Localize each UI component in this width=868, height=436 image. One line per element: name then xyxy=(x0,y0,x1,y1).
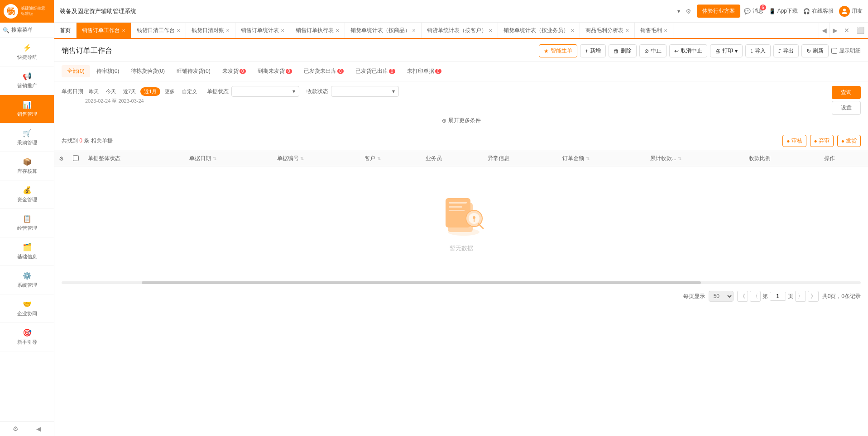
sidebar-item-guide[interactable]: 🎯新手引导 xyxy=(0,323,54,351)
tab-product-margin[interactable]: 商品毛利分析表✕ xyxy=(580,23,635,38)
tab-close-icon[interactable]: ✕ xyxy=(625,28,629,33)
th-checkbox[interactable] xyxy=(68,151,83,166)
tab-cash-daily[interactable]: 钱货日清工作台✕ xyxy=(131,23,186,38)
scrollbar-track[interactable] xyxy=(62,281,861,284)
tab-close-icon[interactable]: ✕ xyxy=(281,28,284,33)
tab-label: 销售订单统计表 xyxy=(241,27,279,34)
th-number[interactable]: 单据编号 ⇅ xyxy=(273,151,360,166)
gear-icon[interactable]: ⚙ xyxy=(684,6,693,17)
date-option-自定义[interactable]: 自定义 xyxy=(179,87,200,96)
print-button[interactable]: 🖨 打印 ▾ xyxy=(710,44,743,57)
print-icon: 🖨 xyxy=(715,48,720,54)
filter-tab-not-shipped[interactable]: 未发货0 xyxy=(217,65,251,77)
tab-close-icon[interactable]: ✕ xyxy=(489,28,492,33)
sidebar-item-cooperation[interactable]: 🤝企业协同 xyxy=(0,294,54,323)
scrollbar-thumb[interactable] xyxy=(142,281,701,284)
date-option-今天[interactable]: 今天 xyxy=(103,87,119,96)
th-date[interactable]: 单据日期 ⇅ xyxy=(185,151,272,166)
select-all-checkbox[interactable] xyxy=(73,155,79,161)
filter-tab-shipped-not-warehoused[interactable]: 已发货未出库0 xyxy=(298,65,349,77)
settings-icon[interactable]: ⚙ xyxy=(13,425,19,432)
tab-sales-summary-customer[interactable]: 销货单统计表（按客户）✕ xyxy=(422,23,498,38)
expand-conditions-button[interactable]: ⊕ 展开更多条件 xyxy=(442,117,481,124)
filter-tab-not-printed[interactable]: 未打印单据0 xyxy=(402,65,447,77)
tab-maximize-btn[interactable]: ⬜ xyxy=(853,23,868,38)
system-dropdown[interactable]: ▾ xyxy=(677,8,680,14)
tab-cash-reconcile[interactable]: 钱货日清对账✕ xyxy=(186,23,235,38)
app-download-item[interactable]: 📱 App下载 xyxy=(769,7,798,15)
query-button[interactable]: 查询 xyxy=(832,86,861,99)
sidebar-item-inventory[interactable]: 📦库存核算 xyxy=(0,152,54,180)
stop-button[interactable]: ⊘ 中止 xyxy=(639,44,667,57)
tab-sales-summary-staff[interactable]: 销货单统计表（按业务员）✕ xyxy=(498,23,580,38)
tab-home[interactable]: 首页 xyxy=(54,23,77,38)
sidebar-item-finance[interactable]: 💰资金管理 xyxy=(0,180,54,209)
sidebar-item-purchase[interactable]: 🛒采购管理 xyxy=(0,123,54,152)
th-amount[interactable]: 订单金额 ⇅ xyxy=(558,151,645,166)
collapse-icon[interactable]: ◀ xyxy=(36,425,41,432)
filter-tab-overdue-not-shipped[interactable]: 到期未发货0 xyxy=(252,65,297,77)
first-page-button[interactable]: 《 xyxy=(737,291,748,302)
th-collected[interactable]: 累计收款... ⇅ xyxy=(646,151,744,166)
setting-button[interactable]: 设置 xyxy=(832,101,861,115)
th-settings[interactable]: ⚙ xyxy=(54,151,68,166)
tab-close-icon[interactable]: ✕ xyxy=(226,28,230,33)
tab-close-icon[interactable]: ✕ xyxy=(412,28,416,33)
solution-button[interactable]: 体验行业方案 xyxy=(697,5,740,18)
tab-sales-profit[interactable]: 销售毛利✕ xyxy=(635,23,673,38)
tab-close-icon[interactable]: ✕ xyxy=(336,28,339,33)
tab-prev-btn[interactable]: ◀ xyxy=(819,23,830,38)
empty-text: 暂无数据 xyxy=(450,244,473,252)
sidebar-item-sales[interactable]: 📊销售管理 xyxy=(0,95,54,123)
next-page-button[interactable]: 〉 xyxy=(795,291,806,302)
cancel-review-button[interactable]: ● 弃审 xyxy=(810,135,834,147)
tab-sales-stats[interactable]: 销售订单统计表✕ xyxy=(235,23,290,38)
tab-sales-summary-product[interactable]: 销货单统计表（按商品）✕ xyxy=(345,23,422,38)
page-size-select[interactable]: 50 10 20 100 xyxy=(709,291,734,302)
show-detail-label[interactable]: 显示明细 xyxy=(831,47,861,55)
th-customer[interactable]: 客户 ⇅ xyxy=(360,151,421,166)
sidebar-item-operation[interactable]: 📋经营管理 xyxy=(0,209,54,237)
tab-close-icon[interactable]: ✕ xyxy=(571,28,574,33)
tab-close-icon[interactable]: ✕ xyxy=(177,28,180,33)
delete-button[interactable]: 🗑 删除 xyxy=(609,44,637,57)
tab-next-btn[interactable]: ▶ xyxy=(830,23,840,38)
tab-list: 首页销售订单工作台✕钱货日清工作台✕钱货日清对账✕销售订单统计表✕销售订单执行表… xyxy=(54,23,819,38)
tab-close-icon[interactable]: ✕ xyxy=(122,28,125,33)
tab-sales-workbench[interactable]: 销售订单工作台✕ xyxy=(77,23,131,38)
user-item[interactable]: 用友 xyxy=(839,6,863,17)
filter-tab-pending-inspect[interactable]: 待拣货验货(0) xyxy=(125,65,170,77)
page-number-input[interactable] xyxy=(770,292,786,301)
review-button[interactable]: ● 审核 xyxy=(782,135,806,147)
date-option-更多[interactable]: 更多 xyxy=(162,87,177,96)
prev-page-button[interactable]: 〈 xyxy=(750,291,761,302)
filter-tab-wangpu-pending[interactable]: 旺铺待发货(0) xyxy=(171,65,216,77)
add-button[interactable]: + 新增 xyxy=(580,44,606,57)
date-option-近1月[interactable]: 近1月 xyxy=(140,87,160,96)
export-button[interactable]: ⤴ 导出 xyxy=(773,44,799,57)
ship-button[interactable]: ● 发货 xyxy=(837,135,861,147)
status-select[interactable]: ▾ xyxy=(231,86,299,97)
sidebar-item-system[interactable]: ⚙️系统管理 xyxy=(0,266,54,294)
sidebar-item-basic-info[interactable]: 🗂️基础信息 xyxy=(0,237,54,266)
message-item[interactable]: 💬 消息 6 xyxy=(744,7,763,15)
import-button[interactable]: ⤵ 导入 xyxy=(745,44,771,57)
date-option-昨天[interactable]: 昨天 xyxy=(86,87,101,96)
filter-tab-all[interactable]: 全部(0) xyxy=(62,65,90,77)
sidebar-item-marketing[interactable]: 📢营销推广 xyxy=(0,66,54,95)
tab-sales-exec[interactable]: 销售订单执行表✕ xyxy=(290,23,345,38)
tab-close-all-btn[interactable]: ✕ xyxy=(840,23,853,38)
date-option-近7天[interactable]: 近7天 xyxy=(120,87,139,96)
online-service-item[interactable]: 🎧 在线客服 xyxy=(803,7,834,15)
payment-select[interactable]: ▾ xyxy=(331,86,399,97)
refresh-button[interactable]: ↻ 刷新 xyxy=(801,44,829,57)
filter-tab-shipped-warehoused[interactable]: 已发货已出库0 xyxy=(350,65,401,77)
last-page-button[interactable]: 》 xyxy=(808,291,819,302)
show-detail-checkbox[interactable] xyxy=(831,48,837,54)
smart-generate-button[interactable]: ★ 智能生单 xyxy=(539,44,577,57)
filter-tab-pending-review[interactable]: 待审核(0) xyxy=(91,65,125,77)
sidebar-item-quick-nav[interactable]: ⚡快捷导航 xyxy=(0,38,54,66)
tab-close-icon[interactable]: ✕ xyxy=(664,28,667,33)
sidebar-item-search[interactable]: 🔍搜索菜单 xyxy=(0,23,54,38)
cancel-stop-button[interactable]: ↩ 取消中止 xyxy=(669,44,707,57)
